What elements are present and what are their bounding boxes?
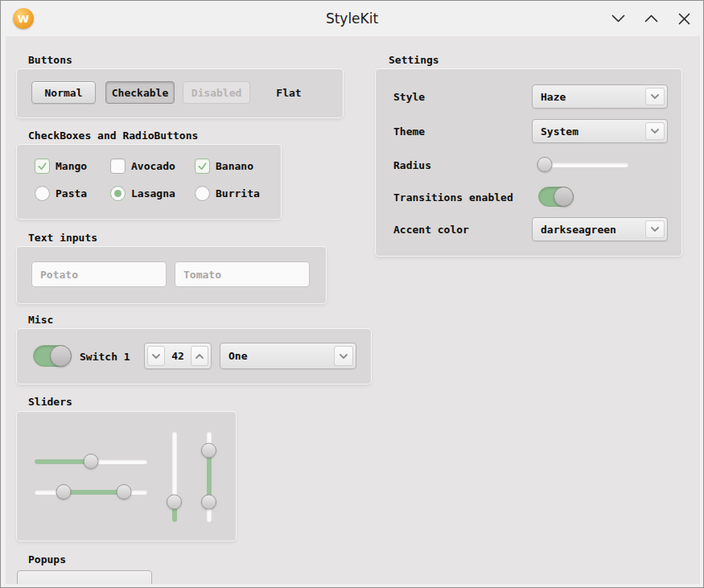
maximize-button[interactable] [640,9,662,28]
checkbox-avocado[interactable]: Avocado [110,158,175,174]
horizontal-slider[interactable] [35,454,147,470]
spinbox[interactable]: 42 [144,343,212,369]
section-title-sliders: Sliders [28,396,72,408]
settings-group: Style Haze Theme System Radius Transitio… [376,69,681,256]
accent-color-value: darkseagreen [533,224,616,236]
chevron-down-icon [611,14,625,23]
style-value: Haze [533,91,566,103]
chevron-down-icon [340,354,348,359]
buttons-group: Normal Checkable Disabled Flat [17,69,343,117]
section-title-settings: Settings [389,54,439,66]
radio-circle[interactable] [110,186,126,201]
range-handle-low[interactable] [56,484,72,500]
checkbox-banano[interactable]: Banano [195,158,253,174]
section-title-buttons: Buttons [28,54,72,66]
popups-widget-partial[interactable] [17,570,152,584]
chevron-up-icon [644,14,658,23]
combo-arrow-button[interactable] [645,220,665,238]
radio-label: Pasta [56,187,87,199]
slider-handle[interactable] [167,495,182,510]
titlebar[interactable]: W StyleKit [1,1,703,36]
slider-handle[interactable] [537,157,552,172]
close-button[interactable] [673,9,695,28]
checkbox-label: Banano [216,160,253,172]
combo-arrow-button[interactable] [645,88,665,105]
transitions-switch[interactable] [538,187,574,207]
chevron-up-icon [196,354,204,359]
theme-combobox[interactable]: System [532,119,668,143]
spin-up-button[interactable] [191,346,208,366]
radio-burrita[interactable]: Burrita [195,186,260,201]
combo-arrow-button[interactable] [645,122,665,140]
text-input-potato[interactable] [31,261,167,287]
range-handle-high[interactable] [116,484,131,500]
text-input-tomato[interactable] [175,261,310,287]
minimize-button[interactable] [607,9,629,28]
radio-pasta[interactable]: Pasta [35,186,87,201]
combo-arrow-button[interactable] [334,346,353,366]
disabled-button: Disabled [183,81,250,104]
switch-1-label: Switch 1 [80,351,130,363]
radio-circle[interactable] [35,186,50,201]
range-handle-high[interactable] [201,442,216,458]
radius-slider[interactable] [538,157,628,173]
normal-button[interactable]: Normal [31,81,96,104]
spin-value: 42 [167,343,188,368]
flat-button[interactable]: Flat [260,81,318,104]
radio-lasagna[interactable]: Lasagna [110,186,175,201]
slider-fill [64,490,123,495]
checkbox-box[interactable] [195,158,210,174]
switch-1[interactable] [33,345,72,367]
checkbox-label: Mango [56,160,87,172]
content-area: Buttons Normal Checkable Disabled Flat C… [6,36,700,584]
misc-combobox[interactable]: One [220,343,356,369]
checkbox-mango[interactable]: Mango [35,158,87,174]
range-handle-low[interactable] [201,495,216,510]
switch-knob[interactable] [50,345,72,367]
switch-knob[interactable] [554,187,574,207]
radio-label: Burrita [216,187,260,199]
accent-color-combobox[interactable]: darkseagreen [532,217,668,241]
style-combobox[interactable]: Haze [532,84,668,109]
style-label: Style [393,91,425,103]
accent-color-label: Accent color [393,224,469,236]
misc-group: Switch 1 42 One [17,329,371,384]
horizontal-range-slider[interactable] [35,484,147,500]
checkbox-box[interactable] [110,158,126,174]
transitions-label: Transitions enabled [393,191,513,204]
section-title-misc: Misc [28,314,53,326]
chevron-down-icon [651,94,659,99]
radio-circle[interactable] [195,186,210,201]
vertical-range-slider[interactable] [201,431,217,522]
checkbox-box[interactable] [35,158,50,174]
slider-fill [35,459,91,464]
combo-value: One [220,350,247,362]
slider-handle[interactable] [84,454,99,469]
text-inputs-group [17,247,326,303]
radio-label: Lasagna [131,187,175,199]
chevron-down-icon [152,354,160,359]
section-title-text-inputs: Text inputs [28,232,97,244]
radius-label: Radius [393,159,431,171]
stylekit-window: W StyleKit Buttons Normal Checkable Disa… [0,0,704,588]
checkbox-label: Avocado [131,160,175,172]
sliders-group [17,412,236,541]
theme-label: Theme [393,125,425,138]
chevron-down-icon [651,227,659,232]
checks-group: Mango Avocado Banano Pasta Lasagna Burri… [17,145,281,219]
checkable-button[interactable]: Checkable [105,81,175,104]
window-title: StyleKit [1,1,703,36]
spin-down-button[interactable] [147,346,165,366]
theme-value: System [533,125,578,138]
section-title-checks: CheckBoxes and RadioButtons [28,130,198,142]
section-title-popups: Popups [28,553,66,565]
chevron-down-icon [651,129,659,134]
check-icon [197,161,208,171]
vertical-slider[interactable] [167,431,183,522]
close-icon [678,13,690,25]
check-icon [37,161,47,171]
